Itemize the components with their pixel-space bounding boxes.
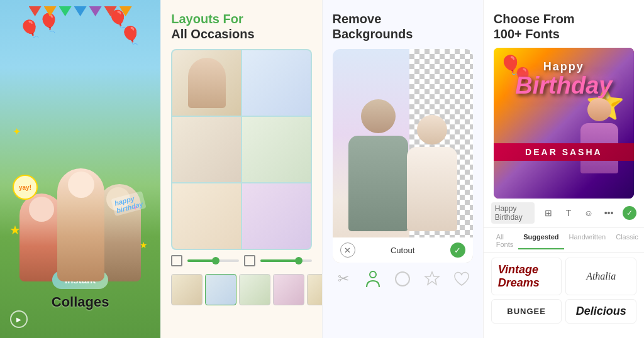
fonts-title-line2: 100+ Fonts (494, 27, 560, 41)
tab-all-fonts[interactable]: All Fonts (491, 232, 519, 249)
font-delicious[interactable]: Delicious (565, 299, 636, 324)
svg-point-1 (396, 272, 409, 286)
person-shape-tool[interactable] (362, 268, 384, 290)
collage-grid-preview (171, 49, 311, 250)
remove-bg-title-line2: Backgrounds (333, 27, 413, 41)
panel-instant-collages: 🎈 🎈 🎈 🎈 (0, 0, 160, 338)
person-shape-icon (364, 270, 382, 288)
font-name-bungee: BUNGEE (507, 307, 546, 316)
fonts-header: Choose From 100+ Fonts (484, 0, 644, 48)
tab-classic[interactable]: Classic (611, 232, 643, 249)
font-tabs: All Fonts Suggested Handwritten Classic … (484, 228, 644, 253)
happy-text: Happy (543, 60, 584, 74)
bunting-flag (104, 6, 117, 16)
collage-cell-5 (172, 183, 241, 249)
couple-scene (333, 49, 473, 263)
yay-badge: yay! (13, 175, 38, 200)
confirm-font-button[interactable]: ✓ (623, 206, 636, 220)
font-input-placeholder: Happy Birthday (495, 204, 523, 222)
thumb-3[interactable] (239, 274, 270, 305)
slider-thumb-1 (212, 257, 219, 264)
font-vintage-dreams[interactable]: Vintage Dreams (491, 258, 562, 295)
font-athalia[interactable]: Athalia (565, 258, 636, 295)
slider-track-1[interactable] (187, 259, 239, 262)
star-shape-tool[interactable] (421, 268, 443, 290)
bg-remove-preview: ✕ Cutout ✓ (333, 49, 473, 263)
woman-figure (404, 115, 460, 231)
fonts-title: Choose From 100+ Fonts (494, 11, 634, 41)
image-toolbar-icon[interactable]: ⊞ (542, 207, 555, 219)
collage-cell-6 (242, 183, 311, 249)
star-icon-1: ★ (9, 222, 21, 237)
cutout-toolbar: ✕ Cutout ✓ (333, 237, 473, 263)
thumb-2[interactable] (205, 274, 236, 305)
bunting-flag (89, 6, 102, 16)
collage-cell-3 (172, 117, 241, 182)
play-icon: ▶ (16, 316, 21, 323)
more-toolbar-icon[interactable]: ••• (602, 207, 615, 219)
shape-tools: ✂ (323, 263, 483, 295)
layouts-title-line2: All Occasions (171, 27, 254, 41)
person-silhouette-2 (57, 168, 104, 281)
svg-point-0 (370, 271, 376, 278)
sticker-toolbar-icon[interactable]: ☺ (582, 207, 595, 219)
collage-cell-4 (242, 117, 311, 182)
check-icon-font: ✓ (626, 209, 633, 217)
bunting-flag (59, 6, 72, 16)
collage-thumbnails (161, 271, 321, 310)
man-figure (345, 99, 411, 231)
play-button[interactable]: ▶ (10, 310, 28, 328)
tab-suggested[interactable]: Suggested (518, 232, 564, 249)
bunting-flag (44, 6, 57, 16)
collage-cell-1 (172, 50, 241, 116)
slider-track-2[interactable] (260, 259, 312, 262)
star-shape-icon (423, 270, 441, 288)
fonts-title-line1: Choose From (494, 12, 575, 26)
slider-row-1 (161, 250, 321, 271)
circle-shape-tool[interactable] (392, 268, 414, 290)
circle-shape-icon (394, 270, 411, 288)
thumb-1[interactable] (171, 274, 203, 305)
person-head-2 (68, 172, 94, 198)
slider-icon-2 (244, 255, 255, 266)
font-input-field[interactable]: Happy Birthday (491, 202, 535, 224)
panel-remove-bg: Remove Backgrounds ✕ Cut (322, 0, 483, 338)
close-icon: ✕ (344, 246, 351, 255)
cutout-label: Cutout (391, 246, 414, 255)
heart-shape-tool[interactable] (451, 268, 473, 290)
font-toolbar: Happy Birthday ⊞ T ☺ ••• ✓ (484, 199, 644, 228)
panel-fonts: Choose From 100+ Fonts 🎈 🎈 ⭐ Happy Birth… (483, 0, 644, 338)
layouts-header: Layouts For All Occasions (161, 0, 321, 49)
heart-shape-icon (453, 270, 470, 288)
thumb-4[interactable] (273, 274, 304, 305)
remove-bg-header: Remove Backgrounds (323, 0, 483, 49)
font-name-athalia: Athalia (586, 271, 616, 282)
layouts-title: Layouts For All Occasions (171, 11, 311, 41)
bunting-flag (119, 6, 132, 16)
tab-handwritten[interactable]: Handwritten (564, 232, 611, 249)
layouts-title-line1: Layouts For (171, 12, 243, 26)
thumb-5[interactable] (307, 274, 321, 305)
person-head-1 (29, 197, 54, 222)
confirm-cutout-button[interactable]: ✓ (450, 243, 465, 258)
slider-thumb-2 (295, 257, 303, 264)
slider-icon-1 (171, 255, 182, 266)
collages-title: Collages (10, 294, 150, 310)
scissors-tool[interactable]: ✂ (333, 268, 355, 290)
bunting-flag (29, 6, 42, 16)
close-cutout-button[interactable]: ✕ (340, 243, 355, 258)
slider-fill-2 (260, 259, 299, 262)
birthday-script: Birthday (515, 74, 612, 97)
font-bungee[interactable]: BUNGEE (491, 299, 562, 324)
svg-marker-2 (425, 272, 439, 285)
bunting-flag (74, 6, 87, 16)
remove-bg-title: Remove Backgrounds (333, 11, 473, 41)
star-icon-4: ✦ (13, 126, 21, 138)
dear-banner: DEAR SASHA (494, 143, 634, 161)
text-toolbar-icon[interactable]: T (562, 207, 575, 219)
check-icon: ✓ (454, 246, 461, 255)
birthday-card-preview: 🎈 🎈 ⭐ Happy Birthday DEAR SASHA (494, 48, 634, 199)
font-grid: Vintage Dreams Athalia BUNGEE Delicious (484, 253, 644, 329)
collage-cell-2 (242, 50, 311, 116)
bunting-decoration (0, 6, 160, 16)
